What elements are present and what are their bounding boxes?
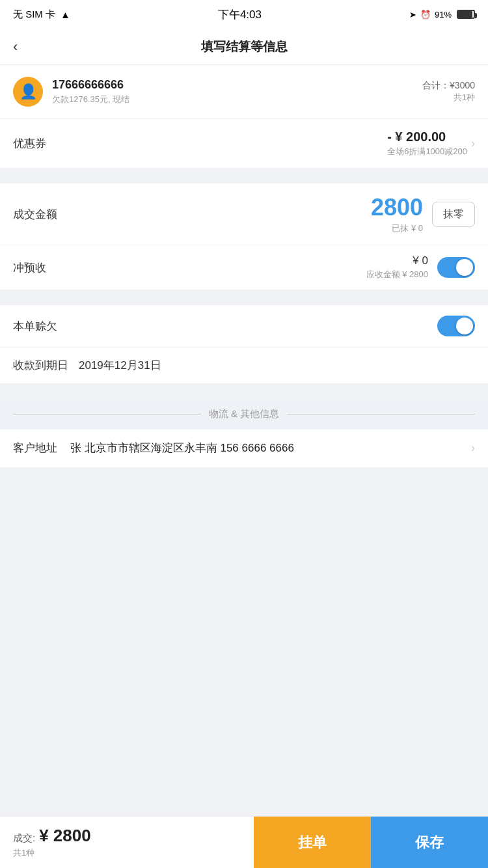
logistics-label: 物流 & 其他信息: [209, 408, 279, 420]
bottom-deal-amount: ¥ 2800: [39, 826, 91, 846]
prepay-right: ¥ 0 应收金额 ¥ 2800: [366, 254, 475, 280]
coupon-amount: - ¥ 200.00: [387, 129, 467, 144]
coupon-desc: 全场6折满1000减200: [387, 146, 467, 157]
page-title: 填写结算等信息: [201, 38, 288, 55]
deal-amount-value: 2800: [371, 194, 423, 221]
coupon-chevron-icon: ›: [471, 137, 475, 150]
status-right: ➤ ⏰ 91%: [409, 10, 475, 20]
deal-amount-block: 2800 已抹 ¥ 0: [371, 194, 423, 234]
prepay-amount: ¥ 0: [366, 254, 428, 267]
coupon-row[interactable]: 优惠券 - ¥ 200.00 全场6折满1000减200 ›: [0, 118, 488, 168]
debt-label: 本单赊欠: [13, 319, 57, 334]
deal-erased: 已抹 ¥ 0: [371, 223, 423, 234]
status-time: 下午4:03: [218, 7, 262, 22]
bottom-info: 成交: ¥ 2800 共1种: [0, 826, 254, 859]
prepay-amount-block: ¥ 0 应收金额 ¥ 2800: [366, 254, 428, 280]
bottom-deal-label: 成交:: [13, 832, 35, 845]
bottom-deal: 成交: ¥ 2800: [13, 826, 241, 846]
save-button[interactable]: 保存: [371, 817, 488, 869]
avatar-icon: 👤: [20, 83, 37, 100]
due-date-value: 2019年12月31日: [79, 358, 161, 373]
wifi-icon: ▲: [61, 9, 70, 20]
address-label: 客户地址: [13, 441, 57, 455]
address-chevron-icon: ›: [471, 441, 475, 455]
customer-info: 17666666666 欠款1276.35元, 现结: [52, 78, 129, 105]
coupon-amount-block: - ¥ 200.00 全场6折满1000减200: [387, 129, 467, 157]
prepay-toggle[interactable]: [437, 257, 475, 278]
divider-1: [0, 176, 488, 183]
alarm-icon: ⏰: [420, 10, 431, 20]
divider-3: [0, 391, 488, 399]
address-row[interactable]: 客户地址 张 北京市市辖区海淀区永丰南 156 6666 6666 ›: [0, 429, 488, 467]
back-button[interactable]: ‹: [13, 38, 18, 55]
location-icon: ➤: [409, 10, 416, 20]
customer-sub: 欠款1276.35元, 现结: [52, 94, 129, 105]
coupon-right: - ¥ 200.00 全场6折满1000减200 ›: [387, 129, 475, 157]
status-left: 无 SIM 卡 ▲: [13, 8, 70, 21]
debt-row: 本单赊欠: [0, 305, 488, 347]
address-card: 客户地址 张 北京市市辖区海淀区永丰南 156 6666 6666 ›: [0, 429, 488, 467]
divider-2: [0, 297, 488, 305]
total-count: 共1种: [422, 92, 475, 103]
debt-toggle[interactable]: [437, 316, 475, 336]
avatar: 👤: [13, 77, 43, 107]
coupon-label: 优惠券: [13, 136, 46, 151]
customer-left: 👤 17666666666 欠款1276.35元, 现结: [13, 77, 129, 107]
prepay-sub: 应收金额 ¥ 2800: [366, 269, 428, 280]
customer-phone: 17666666666: [52, 78, 129, 92]
customer-card: 👤 17666666666 欠款1276.35元, 现结 合计：¥3000 共1…: [0, 65, 488, 168]
deal-amount-label: 成交金额: [13, 207, 57, 222]
deal-right: 2800 已抹 ¥ 0 抹零: [371, 194, 475, 234]
bottom-bar: 成交: ¥ 2800 共1种 挂单 保存: [0, 816, 488, 868]
suspend-button[interactable]: 挂单: [254, 817, 371, 869]
prepay-row: 冲预收 ¥ 0 应收金额 ¥ 2800: [0, 245, 488, 290]
header-line-left: [13, 414, 201, 414]
battery-percent: 91%: [435, 10, 452, 20]
address-value: 张 北京市市辖区海淀区永丰南 156 6666 6666: [70, 440, 471, 457]
bottom-count: 共1种: [13, 847, 241, 859]
deal-amount-row: 成交金额 2800 已抹 ¥ 0 抹零: [0, 183, 488, 245]
customer-row: 👤 17666666666 欠款1276.35元, 现结 合计：¥3000 共1…: [0, 65, 488, 118]
extra-space: [0, 475, 488, 527]
battery-icon: [457, 10, 475, 19]
customer-right: 合计：¥3000 共1种: [422, 80, 475, 103]
due-date-row: 收款到期日 2019年12月31日: [0, 347, 488, 383]
deal-card: 成交金额 2800 已抹 ¥ 0 抹零 冲预收 ¥ 0 应收金额 ¥ 2800: [0, 183, 488, 290]
content-area: 👤 17666666666 欠款1276.35元, 现结 合计：¥3000 共1…: [0, 65, 488, 527]
total-label: 合计：¥3000: [422, 80, 475, 92]
due-date-label: 收款到期日: [13, 358, 68, 373]
round-button[interactable]: 抹零: [432, 202, 475, 227]
prepay-label: 冲预收: [13, 260, 46, 275]
nav-bar: ‹ 填写结算等信息: [0, 29, 488, 65]
debt-card: 本单赊欠 收款到期日 2019年12月31日: [0, 305, 488, 383]
status-bar: 无 SIM 卡 ▲ 下午4:03 ➤ ⏰ 91%: [0, 0, 488, 29]
header-line-right: [287, 414, 475, 414]
logistics-header: 物流 & 其他信息: [0, 399, 488, 429]
carrier-label: 无 SIM 卡: [13, 8, 55, 21]
